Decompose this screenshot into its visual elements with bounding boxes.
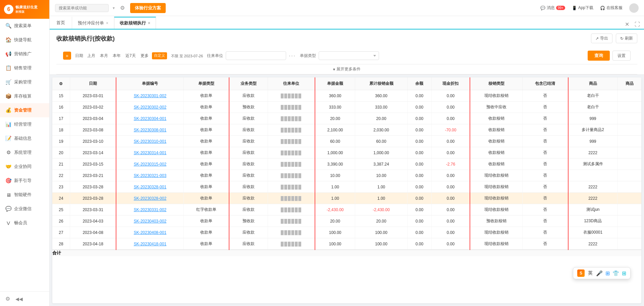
date-more[interactable]: 更多 [139, 52, 150, 59]
cell-billno[interactable]: SK-20230418-001 [116, 238, 183, 250]
tab-close-all-btn[interactable]: ✕ [624, 20, 631, 29]
filter-settings-button[interactable]: 设置 [612, 51, 631, 61]
ime-label[interactable]: 英 [588, 270, 593, 276]
ime-mic-icon[interactable]: 🎤 [596, 270, 603, 277]
sidebar-item-members[interactable]: V 畅会员 [0, 216, 49, 230]
cell-verifytype: 收款核销 [470, 159, 523, 170]
cell-goods2 [618, 204, 641, 216]
cell-includecleared: 否 [523, 216, 568, 227]
sidebar-item-finance[interactable]: 💰 资金管理 [0, 103, 49, 117]
content-area: 收款核销执行(按收款) ↗ 导出 ↻ 刷新 » [50, 29, 644, 306]
search-menu-icon: 🔍 [5, 23, 11, 29]
sidebar-item-purchase[interactable]: 🛒 采购管理 [0, 75, 49, 89]
cell-billno[interactable]: SK-20230408-001 [116, 227, 183, 238]
cell-sno: 19 [52, 136, 70, 147]
tab-fullscreen-btn[interactable]: ⛶ [633, 20, 641, 29]
cell-goods2 [618, 124, 641, 136]
cell-billno[interactable]: SK-20230331-002 [116, 204, 183, 216]
cell-balance: 0.00 [408, 170, 432, 181]
gear-button[interactable]: ⚙ [119, 3, 126, 12]
cell-billno[interactable]: SK-20230328-002 [116, 193, 183, 204]
cell-billno[interactable]: SK-20230308-001 [116, 124, 183, 136]
breadcrumb-input[interactable] [55, 4, 109, 12]
footer-date [116, 250, 183, 256]
date-custom-btn[interactable]: 自定义 [152, 52, 167, 59]
cell-date: 2023-04-08 [70, 227, 116, 238]
sidebar-item-operations[interactable]: 📊 经营管理 [0, 117, 49, 131]
cell-cashdiscount: 0.00 [431, 113, 470, 124]
export-button[interactable]: ↗ 导出 [591, 34, 612, 43]
date-last-month[interactable]: 上月 [86, 52, 97, 59]
date-this-year[interactable]: 本年 [111, 52, 122, 59]
cell-goods1: 老白干 [568, 90, 618, 102]
collapse-icon[interactable]: ◀◀ [15, 296, 23, 302]
query-button[interactable]: 查询 [588, 51, 610, 61]
cell-billamount: -2,430.00 [315, 204, 355, 216]
sidebar-item-quick-nav[interactable]: 🏠 快捷导航 [0, 33, 49, 47]
app-download[interactable]: 📱 App下载 [572, 5, 593, 11]
cell-billno[interactable]: SK-20230315-002 [116, 159, 183, 170]
refresh-button[interactable]: ↻ 刷新 [616, 34, 637, 43]
cell-cumverify: 3,387.24 [355, 159, 408, 170]
tab-close-prepay[interactable]: × [106, 21, 108, 25]
sidebar-item-corp-wechat[interactable]: 💬 企业微信 [0, 202, 49, 216]
cell-cashdiscount: 0.00 [431, 170, 470, 181]
ime-shirt-icon[interactable]: 👕 [612, 270, 619, 277]
sidebar-item-search-menu[interactable]: 🔍 搜索菜单 [0, 19, 49, 33]
cell-biztype: 应收款 [229, 181, 268, 193]
cell-cashdiscount: 0.00 [431, 147, 470, 159]
cell-billno[interactable]: SK-20230403-002 [116, 216, 183, 227]
cell-goods1 [568, 170, 618, 181]
cell-balance: 0.00 [408, 159, 432, 170]
cell-cashdiscount: 0.00 [431, 238, 470, 250]
tab-receipt-verify[interactable]: 收款核销执行 × [114, 17, 156, 29]
ime-apps-icon[interactable]: ⊞ [622, 270, 626, 277]
industry-btn[interactable]: 体验行业方案 [130, 3, 166, 13]
cell-includecleared: 否 [523, 170, 568, 181]
cell-billno[interactable]: SK-20230328-001 [116, 181, 183, 193]
billtype-filter-group: 单据类型 [300, 51, 379, 60]
date-this-month[interactable]: 本月 [99, 52, 109, 59]
th-date-col: 日期 [70, 77, 116, 90]
table-row: 25 2023-03-31 SK-20230331-002 红字收款单 应收款 … [52, 204, 641, 216]
cell-billno[interactable]: SK-20230304-001 [116, 113, 183, 124]
user-avatar[interactable] [629, 3, 639, 13]
table-wrapper: ⚙ 序号 日期 单据编号 单据类型 业务类型 往来单位 单据金额 累计核销金额 … [52, 77, 641, 303]
cell-goods2 [618, 159, 641, 170]
cell-billamount: 1.00 [315, 181, 355, 193]
cell-billno[interactable]: SK-20230301-002 [116, 90, 183, 102]
cell-billtype: 收款单 [184, 181, 229, 193]
cell-billno[interactable]: SK-20230321-003 [116, 170, 183, 181]
cell-includecleared: 否 [523, 204, 568, 216]
sidebar-item-basic-info[interactable]: 📝 基础信息 [0, 131, 49, 145]
billtype-select[interactable] [319, 51, 379, 60]
tab-home[interactable]: 首页 [50, 17, 72, 29]
cell-includecleared: 否 [523, 136, 568, 147]
tab-close-receipt[interactable]: × [148, 21, 150, 25]
table-row: 21 2023-03-15 SK-20230315-002 收款单 应收款 ██… [52, 159, 641, 170]
cell-goods2 [618, 102, 641, 113]
sidebar-item-marketing[interactable]: 📢 营销推广 [0, 47, 49, 61]
date-7days[interactable]: 近7天 [124, 52, 137, 59]
cell-billno[interactable]: SK-20230314-001 [116, 147, 183, 159]
filter-toggle-btn[interactable]: » [63, 52, 71, 60]
sidebar-item-sales[interactable]: 📋 销售管理 [0, 61, 49, 75]
sidebar-item-smart-hardware[interactable]: 🖥 智能硬件 [0, 188, 49, 202]
sidebar-item-inventory[interactable]: 📦 库存核算 [0, 89, 49, 103]
settings-icon[interactable]: ⚙ [5, 296, 10, 302]
sidebar-item-sys-mgmt[interactable]: ⚙ 系统管理 [0, 145, 49, 160]
ime-grid-icon[interactable]: ⊞ [605, 270, 610, 277]
sidebar-item-beginner-guide[interactable]: 🎯 新手引导 [0, 174, 49, 188]
cell-biztype: 应收款 [229, 204, 268, 216]
cell-verifytype: 现结收款核销 [470, 193, 523, 204]
online-service[interactable]: 🎧 在线客服 [600, 5, 623, 11]
cell-billno[interactable]: SK-20230310-001 [116, 136, 183, 147]
sales-icon: 📋 [5, 65, 11, 71]
expand-conditions-btn[interactable]: ▾ 展开更多条件 [333, 66, 361, 72]
cell-goods1: 测试多属件 [568, 159, 618, 170]
sidebar-item-corp-collab[interactable]: 🤝 企业协同 [0, 160, 49, 174]
counterpart-input[interactable] [226, 51, 286, 60]
cell-billno[interactable]: SK-20230302-002 [116, 102, 183, 113]
notification[interactable]: 💬 消息 99+ [540, 5, 565, 11]
tab-prepay-bill[interactable]: 预付冲应付单 × [72, 17, 114, 29]
